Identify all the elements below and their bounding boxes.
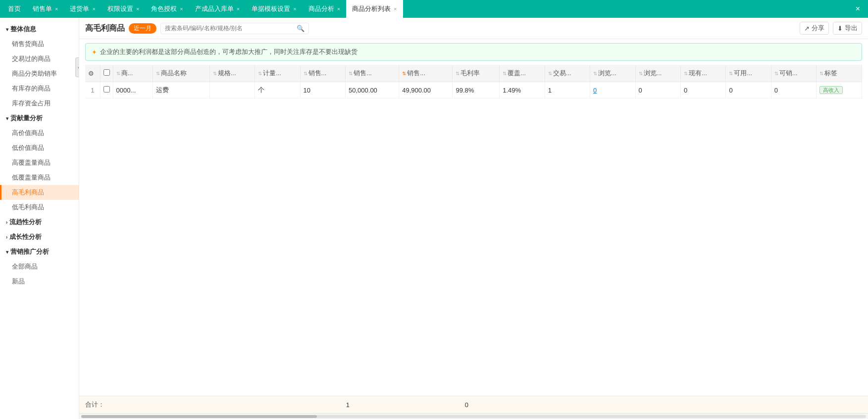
col-coverage[interactable]: ⇅覆盖... — [500, 65, 545, 82]
row-num: 1 — [85, 82, 100, 98]
col-available[interactable]: ⇅可用... — [726, 65, 771, 82]
row-sales-qty: 10 — [300, 82, 345, 98]
export-icon: ⬇ — [837, 25, 843, 32]
nav-home[interactable]: 首页 — [2, 0, 27, 18]
nav-sales[interactable]: 销售单 × — [27, 0, 64, 18]
close-product-analysis-tab[interactable]: × — [337, 6, 340, 12]
table-wrapper[interactable]: ⚙ ⇅商... ⇅商品名称 ⇅规格... ⇅计量... ⇅销售... ⇅销售..… — [79, 65, 868, 396]
footer-cell-sales-qty — [234, 401, 273, 409]
close-product-inbound-tab[interactable]: × — [237, 6, 240, 12]
col-transaction[interactable]: ⇅交易... — [545, 65, 590, 82]
footer-cell-available — [590, 401, 630, 409]
nav-product-inbound[interactable]: 产成品入库单 × — [189, 0, 246, 18]
col-unit[interactable]: ⇅计量... — [255, 65, 300, 82]
col-gross-margin[interactable]: ⇅毛利率 — [453, 65, 500, 82]
sidebar-item-new-goods[interactable]: 新品 — [0, 274, 79, 289]
sidebar-item-high-margin[interactable]: 高毛利商品 — [0, 185, 79, 200]
select-all-checkbox[interactable] — [103, 69, 110, 76]
sidebar-group-contribution[interactable]: ▾ 贡献量分析 — [0, 111, 79, 126]
table-header-row: ⚙ ⇅商... ⇅商品名称 ⇅规格... ⇅计量... ⇅销售... ⇅销售..… — [85, 65, 862, 82]
footer-cells: 1 0 — [115, 401, 862, 409]
col-spec[interactable]: ⇅规格... — [209, 65, 255, 82]
close-sales-tab[interactable]: × — [55, 6, 58, 12]
sidebar-collapse-button[interactable]: « — [75, 57, 79, 77]
scrollbar-thumb[interactable] — [81, 415, 317, 418]
close-permission-tab[interactable]: × — [136, 6, 139, 12]
row-spec — [209, 82, 255, 98]
sidebar-item-low-coverage[interactable]: 低覆盖量商品 — [0, 170, 79, 185]
collapse-arrow-marketing: ▾ — [6, 249, 8, 255]
sidebar-item-sales-goods[interactable]: 销售货商品 — [0, 37, 79, 51]
header-actions: ↗ 分享 ⬇ 导出 — [800, 22, 862, 35]
col-sales-qty[interactable]: ⇅销售... — [300, 65, 345, 82]
row-tag: 高收入 — [817, 82, 862, 98]
row-current-stock: 0 — [680, 82, 725, 98]
horizontal-scrollbar[interactable] — [79, 413, 868, 419]
collapse-arrow-growth: › — [6, 234, 7, 240]
nav-product-analysis-list[interactable]: 商品分析列表 × — [346, 0, 403, 18]
settings-icon: ⚙ — [88, 70, 94, 77]
row-code: 0000... — [113, 82, 153, 98]
sidebar-item-high-value[interactable]: 高价值商品 — [0, 126, 79, 140]
sidebar-group-marketing[interactable]: ▾ 营销推广分析 — [0, 244, 79, 259]
sidebar-item-low-margin[interactable]: 低毛利商品 — [0, 200, 79, 215]
sidebar-group-growth[interactable]: › 成长性分析 — [0, 230, 79, 244]
row-sales-amount: 50,000.00 — [346, 82, 399, 98]
row-gross-margin: 99.8% — [453, 82, 500, 98]
close-analysis-list-tab[interactable]: × — [394, 6, 397, 12]
sidebar-item-traded-goods[interactable]: 交易过的商品 — [0, 51, 79, 66]
nav-permission[interactable]: 权限设置 × — [102, 0, 145, 18]
footer-cell-browse1 — [471, 401, 511, 409]
footer-summary: 合计： 1 0 — [79, 396, 868, 413]
col-checkbox[interactable] — [100, 65, 113, 82]
filter-recent-month-button[interactable]: 近一月 — [129, 23, 156, 34]
col-settings[interactable]: ⚙ — [85, 65, 100, 82]
col-current-stock[interactable]: ⇅现有... — [680, 65, 725, 82]
sidebar-item-stock-capital[interactable]: 库存资金占用 — [0, 96, 79, 111]
nav-product-analysis[interactable]: 商品分析 × — [303, 0, 346, 18]
col-browse2[interactable]: ⇅浏览... — [635, 65, 680, 82]
close-template-tab[interactable]: × — [293, 6, 296, 12]
footer-label: 合计： — [85, 400, 115, 409]
close-role-tab[interactable]: × — [180, 6, 183, 12]
col-sales-profit[interactable]: ⇅销售... — [399, 65, 453, 82]
window-close-button[interactable]: × — [850, 4, 866, 13]
search-icon[interactable]: 🔍 — [297, 25, 305, 32]
share-icon: ↗ — [804, 25, 810, 32]
row-sales-profit: 49,900.00 — [399, 82, 453, 98]
row-unit: 个 — [255, 82, 300, 98]
row-checkbox[interactable] — [103, 86, 110, 93]
sidebar-item-low-value[interactable]: 低价值商品 — [0, 140, 79, 155]
footer-cell-empty1 — [115, 401, 234, 409]
col-tag[interactable]: ⇅标签 — [817, 65, 862, 82]
footer-cell-saleable — [630, 401, 669, 409]
sidebar-item-high-coverage[interactable]: 高覆盖量商品 — [0, 155, 79, 170]
sidebar-item-stocked-goods[interactable]: 有库存的商品 — [0, 81, 79, 96]
nav-purchase[interactable]: 进货单 × — [64, 0, 101, 18]
sidebar-group-trend[interactable]: › 流趋性分析 — [0, 215, 79, 230]
nav-role[interactable]: 角色授权 × — [145, 0, 189, 18]
scrollbar-track[interactable] — [81, 415, 866, 418]
share-button[interactable]: ↗ 分享 — [800, 22, 829, 35]
row-browse2: 0 — [635, 82, 680, 98]
collapse-arrow-overall: ▾ — [6, 27, 8, 32]
row-checkbox-cell[interactable] — [100, 82, 113, 98]
page-title: 高毛利商品 — [85, 23, 125, 34]
close-purchase-tab[interactable]: × — [92, 6, 95, 12]
col-code[interactable]: ⇅商... — [113, 65, 153, 82]
sidebar-group-overall[interactable]: ▾ 整体信息 — [0, 22, 79, 37]
col-browse1[interactable]: ⇅浏览... — [590, 65, 635, 82]
row-browse1[interactable]: 0 — [590, 82, 635, 98]
top-nav-bar: 首页 销售单 × 进货单 × 权限设置 × 角色授权 × 产成品入库单 × 单据… — [0, 0, 868, 18]
row-available: 0 — [726, 82, 771, 98]
table-row: 1 0000... 运费 — [85, 82, 862, 98]
sidebar-item-category-rate[interactable]: 商品分类助销率 — [0, 66, 79, 81]
search-input[interactable] — [165, 25, 297, 32]
nav-template[interactable]: 单据模板设置 × — [246, 0, 302, 18]
col-name[interactable]: ⇅商品名称 — [153, 65, 210, 82]
sidebar-item-all-goods[interactable]: 全部商品 — [0, 259, 79, 274]
col-saleable[interactable]: ⇅可销... — [771, 65, 816, 82]
footer-cell-sales-amount — [273, 401, 313, 409]
export-button[interactable]: ⬇ 导出 — [833, 22, 862, 35]
col-sales-amount[interactable]: ⇅销售... — [346, 65, 399, 82]
